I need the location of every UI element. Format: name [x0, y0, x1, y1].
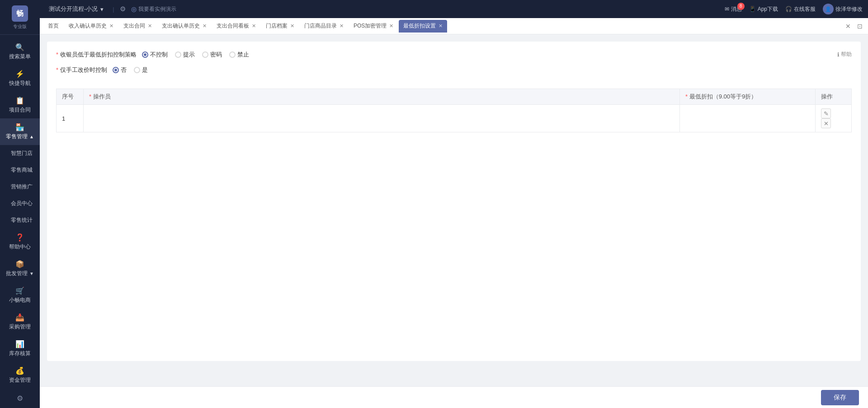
download-icon: 📱: [749, 6, 756, 12]
tab-store-product-catalog[interactable]: 门店商品目录 ✕: [300, 20, 348, 33]
control-strategy-row: 收银员低于最低折扣控制策略 不控制 提示 密码: [56, 51, 852, 59]
user-profile-button[interactable]: 👤 徐泽华修改: [823, 4, 863, 14]
tab-payment-contract[interactable]: 支出合同 ✕: [119, 20, 156, 33]
control-strategy-radio-group: 不控制 提示 密码 禁止: [142, 51, 249, 59]
radio-hint[interactable]: 提示: [175, 51, 195, 59]
radio-no-control[interactable]: 不控制: [142, 51, 168, 59]
sidebar-item-member-center[interactable]: 会员中心: [0, 195, 40, 212]
sidebar-item-label: 库存核算: [9, 350, 31, 357]
radio-no[interactable]: 否: [113, 66, 127, 74]
control-strategy-label: 收银员低于最低折扣控制策略: [56, 51, 137, 59]
close-tab-button[interactable]: ✕: [844, 22, 853, 31]
tabbar-actions: ✕ ⊡: [844, 22, 864, 31]
radio-label: 否: [121, 66, 127, 74]
sidebar-item-label: 资金管理: [9, 376, 31, 384]
tab-label: 门店档案: [266, 22, 288, 30]
project-contract-icon: 📋: [15, 96, 24, 105]
sidebar-item-help-center[interactable]: ❓ 帮助中心: [0, 229, 40, 255]
tab-income-confirm-history[interactable]: 收入确认单历史 ✕: [64, 20, 118, 33]
customer-service-button[interactable]: 🎧 在线客服: [785, 5, 816, 13]
cell-operator[interactable]: [84, 105, 680, 132]
sidebar-item-inventory-check[interactable]: 📊 库存核算: [0, 335, 40, 362]
sidebar-item-ecommerce[interactable]: 🛒 小畅电商: [0, 282, 40, 309]
cell-min-discount[interactable]: [680, 105, 816, 132]
customer-service-label: 在线客服: [794, 5, 816, 13]
topbar-divider: |: [113, 6, 114, 13]
sidebar-item-wholesale-mgmt[interactable]: 📦 批发管理 ▼: [0, 255, 40, 282]
wholesale-mgmt-icon: 📦: [15, 260, 24, 268]
expand-tab-button[interactable]: ⊡: [855, 22, 864, 31]
tab-payment-contract-board[interactable]: 支出合同看板 ✕: [212, 20, 260, 33]
radio-circle-forbid: [229, 52, 236, 58]
sidebar-item-purchase-mgmt[interactable]: 📥 采购管理: [0, 309, 40, 335]
topbar-right: ✉ 消息 8 📱 App下载 🎧 在线客服 👤 徐泽华修改: [725, 4, 863, 14]
tab-label: 最低折扣设置: [403, 22, 436, 30]
sidebar-item-project-contract[interactable]: 📋 项目合同: [0, 92, 40, 118]
sidebar-item-search-menu[interactable]: 🔍 搜索菜单: [0, 38, 40, 65]
close-icon[interactable]: ✕: [439, 23, 443, 29]
tab-label: 支出确认单历史: [162, 22, 200, 30]
sidebar-item-label: 营销推广: [11, 183, 33, 191]
sidebar-item-label: 智慧门店: [11, 150, 33, 157]
sidebar-item-smart-store[interactable]: 智慧门店: [0, 145, 40, 162]
app-download-button[interactable]: 📱 App下载: [749, 5, 778, 13]
close-icon[interactable]: ✕: [148, 23, 152, 29]
tab-home[interactable]: 首页: [43, 20, 63, 33]
sidebar-item-capital-mgmt[interactable]: 💰 资金管理: [0, 362, 40, 389]
tab-store-archive[interactable]: 门店档案 ✕: [261, 20, 299, 33]
help-button[interactable]: ℹ 帮助: [837, 51, 852, 58]
close-icon[interactable]: ✕: [203, 23, 207, 29]
sidebar-item-label: 会员中心: [11, 200, 33, 207]
radio-yes[interactable]: 是: [134, 66, 148, 74]
close-icon[interactable]: ✕: [252, 23, 256, 29]
project-selector[interactable]: 测试分开流程-小况 ▾: [45, 3, 107, 15]
sidebar-settings-button[interactable]: ⚙: [17, 389, 23, 408]
close-icon[interactable]: ✕: [340, 23, 344, 29]
close-icon[interactable]: ✕: [290, 23, 294, 29]
col-header-min-discount: * 最低折扣（9.00等于9折）: [680, 89, 816, 105]
tab-min-discount-setting[interactable]: 最低折扣设置 ✕: [399, 20, 447, 33]
tab-label: 收入确认单历史: [69, 22, 107, 30]
min-discount-input[interactable]: [685, 115, 810, 122]
sidebar-item-retail-mall[interactable]: 零售商城: [0, 162, 40, 178]
sidebar-item-label: 搜索菜单: [9, 53, 31, 61]
sidebar-item-retail-stats[interactable]: 零售统计: [0, 212, 40, 229]
tab-payment-confirm-history[interactable]: 支出确认单历史 ✕: [157, 20, 211, 33]
demo-text: 我要看实例演示: [138, 5, 176, 13]
save-button[interactable]: 保存: [821, 390, 859, 405]
close-icon[interactable]: ✕: [109, 23, 113, 29]
avatar: 👤: [823, 4, 834, 14]
table-row: 1 ✎ ✕: [57, 105, 852, 132]
project-dropdown-icon: ▾: [100, 6, 104, 13]
question-icon: ℹ: [837, 52, 840, 58]
radio-circle-no: [113, 67, 119, 73]
chevron-down-icon: ▼: [29, 271, 34, 276]
bottom-bar: 保存: [40, 386, 868, 408]
radio-forbid[interactable]: 禁止: [229, 51, 249, 59]
sidebar-item-label: 零售商城: [11, 166, 33, 174]
inventory-check-icon: 📊: [15, 340, 24, 348]
cell-seq: 1: [57, 105, 84, 132]
messages-button[interactable]: ✉ 消息 8: [725, 5, 742, 13]
tab-label: 支出合同: [123, 22, 145, 30]
sidebar-nav: 🔍 搜索菜单 ⚡ 快捷导航 📋 项目合同 🏪 零售管理 ▲ 智慧门店 零售商城 …: [0, 35, 40, 389]
topbar-settings-icon[interactable]: ⚙: [120, 5, 126, 13]
demo-link[interactable]: ◎ 我要看实例演示: [131, 5, 176, 13]
sidebar-item-retail-mgmt[interactable]: 🏪 零售管理 ▲: [0, 118, 40, 145]
delete-row-button[interactable]: ✕: [821, 118, 831, 128]
sidebar-item-label: 采购管理: [9, 323, 31, 331]
sidebar-item-quick-nav[interactable]: ⚡ 快捷导航: [0, 65, 40, 92]
radio-label: 是: [142, 66, 148, 74]
tab-label: POS加密管理: [354, 22, 387, 30]
tab-pos-password-mgmt[interactable]: POS加密管理 ✕: [349, 20, 398, 33]
edit-row-button[interactable]: ✎: [821, 108, 831, 118]
radio-circle-yes: [134, 67, 140, 73]
sidebar-item-marketing[interactable]: 营销推广: [0, 178, 40, 195]
ecommerce-icon: 🛒: [15, 286, 24, 295]
close-icon[interactable]: ✕: [389, 23, 393, 29]
content-panel: ℹ 帮助 收银员低于最低折扣控制策略 不控制 提示: [47, 42, 861, 361]
radio-label: 禁止: [237, 51, 249, 59]
operator-input[interactable]: [89, 115, 674, 122]
message-icon: ✉: [725, 6, 729, 12]
radio-password[interactable]: 密码: [202, 51, 222, 59]
